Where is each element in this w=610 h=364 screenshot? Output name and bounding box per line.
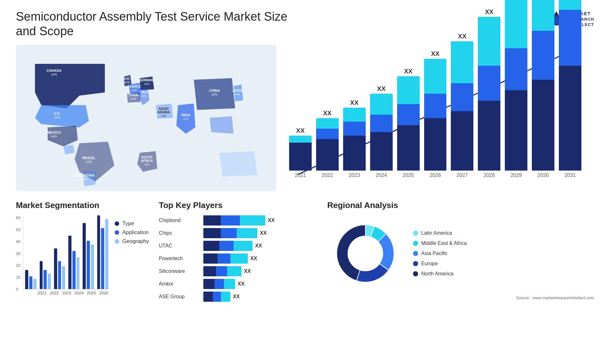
bar-segment	[505, 48, 527, 90]
bar-segment	[316, 139, 339, 171]
player-bar-wrap: XX	[203, 292, 318, 302]
regional-legend-item: Europe	[413, 261, 467, 266]
seg-y-label: 50	[16, 227, 20, 232]
svg-text:xx%: xx%	[131, 97, 136, 100]
legend-label: Geography	[122, 238, 149, 245]
bar-segment	[505, 90, 527, 171]
player-bar-segment	[221, 228, 237, 238]
svg-text:SOUTH: SOUTH	[141, 156, 152, 159]
player-bar-segment	[240, 215, 265, 226]
bar-stack	[397, 76, 420, 171]
player-bar	[203, 292, 230, 302]
bar-segment	[505, 0, 527, 48]
player-bar-wrap: XX	[203, 228, 318, 238]
svg-text:U.K.: U.K.	[124, 77, 130, 80]
player-row: ChipbondXX	[159, 215, 318, 226]
bar-value-label: XX	[296, 127, 305, 134]
svg-text:xx%: xx%	[144, 163, 149, 166]
bar-stack	[289, 136, 312, 171]
donut-svg	[327, 215, 403, 292]
svg-text:CANADA: CANADA	[46, 69, 62, 72]
bar-segment	[559, 10, 581, 66]
seg-bar-app	[87, 241, 90, 289]
player-bar-wrap: XX	[203, 279, 318, 289]
legend-label: Type	[122, 220, 134, 227]
svg-text:xx%: xx%	[144, 82, 149, 85]
svg-text:GERMANY: GERMANY	[139, 78, 155, 82]
player-bar	[203, 266, 241, 276]
segmentation-title: Market Segmentation	[16, 200, 149, 210]
bar-value-label: XX	[485, 8, 493, 16]
bar-segment	[532, 80, 554, 171]
regional-legend-dot	[413, 271, 418, 276]
seg-bar-group	[54, 248, 65, 289]
bar-stack	[343, 108, 366, 171]
svg-text:AFRICA: AFRICA	[141, 159, 153, 163]
bar-segment	[343, 136, 366, 171]
bar-segment	[532, 31, 554, 80]
donut-svg-wrap	[327, 215, 403, 292]
player-row: ChipsXX	[159, 228, 318, 238]
bar-group: XX2025	[397, 68, 420, 178]
svg-text:ARABIA: ARABIA	[158, 111, 170, 114]
bar-chart-inner: XX2021XX2022XX2023XX2024XX2025XX2026XX20…	[286, 48, 581, 188]
bar-segment	[370, 132, 393, 171]
svg-text:xx%: xx%	[54, 116, 60, 119]
segmentation-area: Market Segmentation 0102030405060 202120…	[16, 200, 149, 300]
seg-bar-geo	[33, 279, 37, 289]
player-bar	[203, 215, 265, 226]
seg-bar-type	[54, 248, 57, 289]
bar-group: XX2031	[559, 0, 581, 178]
bar-segment	[316, 129, 339, 139]
svg-text:ITALY: ITALY	[139, 91, 148, 94]
bar-value-label: XX	[377, 85, 386, 92]
bar-group: XX2022	[316, 110, 339, 178]
regional-legend-label: Latin America	[421, 230, 452, 236]
svg-text:MEXICO: MEXICO	[47, 131, 61, 134]
seg-bar-type	[97, 215, 100, 289]
svg-text:xx%: xx%	[141, 94, 146, 98]
bar-year-label: 2025	[403, 172, 414, 178]
bar-chart-area: XX2021XX2022XX2023XX2024XX2025XX2026XX20…	[276, 45, 594, 191]
seg-y-label: 40	[16, 239, 20, 244]
bar-stack	[451, 41, 473, 171]
players-list: ChipbondXXChipsXXUTACXXPowertechXXSilico…	[159, 215, 318, 302]
player-bar-segment	[203, 266, 216, 276]
bar-year-label: 2031	[565, 172, 576, 178]
player-row: ASE GroupXX	[159, 292, 318, 302]
bar-segment	[478, 17, 500, 66]
bar-group: XX2028	[478, 8, 500, 178]
bar-segment	[397, 76, 420, 104]
regional-legend-label: Middle East & Africa	[421, 240, 467, 246]
player-name: Amkor	[159, 281, 200, 287]
bar-segment	[370, 115, 393, 132]
bar-value-label: XX	[404, 68, 413, 75]
bar-segment	[559, 0, 581, 10]
legend-dot	[115, 221, 119, 226]
player-bar-segment	[227, 266, 241, 276]
regional-legend-item: Latin America	[413, 230, 467, 236]
bar-segment	[343, 122, 366, 136]
player-row: UTACXX	[159, 241, 318, 251]
player-bar-segment	[203, 279, 214, 289]
svg-text:xx%: xx%	[81, 178, 87, 181]
bar-segment	[451, 41, 473, 83]
bar-value-label: XX	[458, 33, 467, 40]
bar-year-label: 2028	[484, 172, 495, 178]
player-bar-segment	[218, 253, 230, 264]
donut-wrap: Latin AmericaMiddle East & AfricaAsia Pa…	[327, 215, 594, 292]
regional-legend: Latin AmericaMiddle East & AfricaAsia Pa…	[413, 230, 467, 277]
player-bar-segment	[203, 241, 219, 251]
source-text: Source : www.marketresearchintellect.com	[327, 295, 594, 300]
seg-x-label: 2023	[62, 291, 71, 295]
seg-y-label: 30	[16, 251, 20, 256]
svg-text:xx%: xx%	[51, 73, 57, 76]
bar-stack	[532, 0, 554, 171]
seg-bar-app	[58, 261, 61, 289]
bar-value-label: XX	[323, 110, 332, 117]
bar-group: XX2030	[532, 0, 554, 178]
bar-segment	[289, 136, 312, 143]
player-bar-segment	[214, 279, 224, 289]
bar-segment	[370, 94, 393, 115]
bar-group: XX2029	[505, 0, 527, 178]
